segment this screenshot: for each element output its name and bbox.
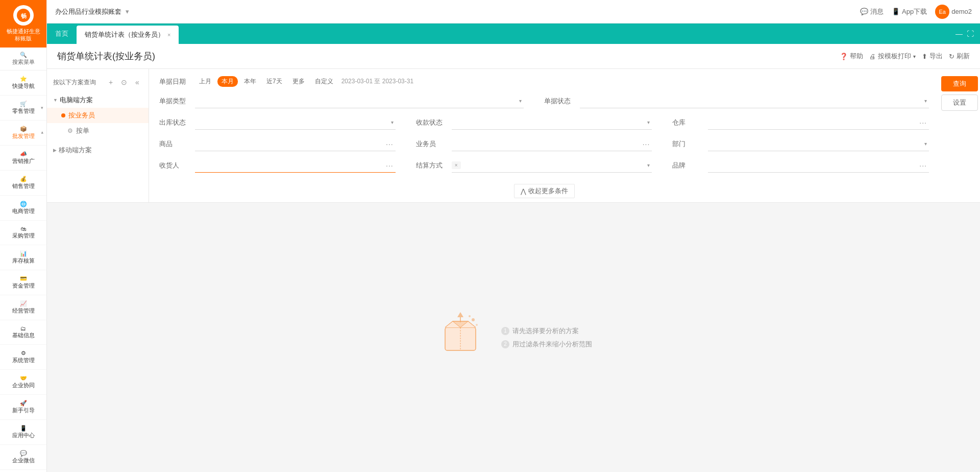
username-label: demo2 <box>951 8 972 15</box>
sub-item-by-order[interactable]: ⚙ 按单 <box>47 123 149 138</box>
dept-control[interactable]: ▾ <box>708 137 929 151</box>
recipient-control[interactable]: ··· <box>195 158 396 173</box>
scheme-item-by-staff[interactable]: 按业务员 <box>47 108 149 123</box>
retail-icon: 🛒 <box>20 101 27 107</box>
print-label: 按模板打印 <box>878 52 911 61</box>
settlement-control[interactable]: × ▾ <box>452 158 652 173</box>
date-tab-7days[interactable]: 近7天 <box>262 76 286 87</box>
settlement-clear-x[interactable]: × <box>455 162 458 168</box>
sidebar-logo[interactable]: 畅 畅捷通好生意 标账版 <box>0 0 46 48</box>
left-panel: 按以下方案查询 + ⊙ « ▼ 电脑端方案 <box>47 69 149 202</box>
mobile-group-icon: ▶ <box>53 148 57 153</box>
left-panel-title: 按以下方案查询 <box>53 78 96 87</box>
add-scheme-icon[interactable]: + <box>106 77 116 87</box>
date-tab-custom[interactable]: 自定义 <box>311 76 337 87</box>
doc-type-control[interactable]: ▾ <box>195 94 524 108</box>
tab-close-icon[interactable]: × <box>167 32 170 38</box>
warehouse-label: 仓库 <box>672 118 708 127</box>
help-btn[interactable]: ❓ 帮助 <box>840 52 863 61</box>
sidebar-item-system[interactable]: ⚙ 系统管理 <box>0 345 46 370</box>
left-panel-header: 按以下方案查询 + ⊙ « <box>47 74 149 90</box>
scheme-group-mobile: ▶ 移动端方案 <box>47 140 149 160</box>
date-tab-more[interactable]: 更多 <box>288 76 309 87</box>
setting-button[interactable]: 设置 <box>941 95 978 111</box>
goods-control[interactable]: ··· <box>195 137 396 151</box>
sidebar-search-menu[interactable]: 🔍 搜索菜单 <box>0 48 46 70</box>
out-status-arrow-icon: ▾ <box>391 120 394 125</box>
sidebar-item-member[interactable]: 👑 畅会员 <box>0 470 46 472</box>
sidebar-item-inventory[interactable]: 📊 库存核算 <box>0 245 46 270</box>
svg-point-5 <box>476 324 478 326</box>
empty-tip-1: 1 请先选择要分析的方案 <box>501 326 592 336</box>
logo-text: 畅捷通好生意 标账版 <box>3 28 43 42</box>
collapse-btn[interactable]: ⋀ 收起更多条件 <box>514 184 575 198</box>
filter-doc-type: 单据类型 ▾ <box>159 94 544 108</box>
tip-num-1: 1 <box>501 327 509 335</box>
user-profile[interactable]: Ea demo2 <box>935 5 972 19</box>
tab-sales-stats[interactable]: 销货单统计表（按业务员） × <box>77 26 179 44</box>
tip-text-2: 用过滤条件来缩小分析范围 <box>512 340 592 349</box>
app-download-btn[interactable]: 📱 App下载 <box>892 7 927 16</box>
settlement-clear-tag: × <box>452 161 461 169</box>
sales-label: 销售管理 <box>12 182 35 190</box>
sidebar-item-quick-nav[interactable]: ⭐ 快捷导航 <box>0 70 46 96</box>
sidebar-item-basic[interactable]: 🗂 基础信息 <box>0 320 46 345</box>
warehouse-control[interactable]: ··· <box>708 115 929 130</box>
sidebar-item-purchase[interactable]: 🛍 采购管理 <box>0 221 46 245</box>
date-tab-last-month[interactable]: 上月 <box>195 76 215 87</box>
sidebar-item-retail[interactable]: 🛒 零售管理 ▾ <box>0 96 46 121</box>
export-btn[interactable]: ⬆ 导出 <box>922 52 943 61</box>
help-label: 帮助 <box>850 52 863 61</box>
query-button[interactable]: 查询 <box>941 76 978 91</box>
sidebar-item-marketing[interactable]: 📣 营销推广 <box>0 146 46 171</box>
doc-status-control[interactable]: ▾ <box>580 94 929 108</box>
scheme-group-desktop: ▼ 电脑端方案 按业务员 ⚙ 按单 <box>47 90 149 140</box>
brand-control[interactable]: ··· <box>708 158 929 173</box>
refresh-btn[interactable]: ↻ 刷新 <box>949 52 970 61</box>
collapse-panel-icon[interactable]: « <box>132 77 142 87</box>
topbar-left: 办公用品行业模拟账套 ▾ <box>55 7 129 16</box>
scheme-group-mobile-header[interactable]: ▶ 移动端方案 <box>47 143 149 158</box>
sidebar-item-newbie[interactable]: 🚀 新手引导 <box>0 395 46 420</box>
sidebar-item-collab[interactable]: 🤝 企业协同 <box>0 370 46 395</box>
search-menu-label: 搜索菜单 <box>12 58 35 66</box>
filter-settlement: 结算方式 × ▾ <box>416 158 673 173</box>
message-btn[interactable]: 💬 消息 <box>860 7 884 16</box>
tab-home-label: 首页 <box>55 29 68 38</box>
system-icon: ⚙ <box>21 350 26 357</box>
date-tab-this-year[interactable]: 本年 <box>240 76 260 87</box>
sidebar-item-ecommerce[interactable]: 🌐 电商管理 <box>0 196 46 221</box>
tab-expand-icon[interactable]: ⛶ <box>967 30 974 38</box>
company-dropdown-icon[interactable]: ▾ <box>126 8 129 15</box>
print-btn[interactable]: 🖨 按模板打印 ▾ <box>869 52 916 61</box>
sidebar-item-operations[interactable]: 📈 经营管理 <box>0 295 46 320</box>
date-range-display: 2023-03-01 至 2023-03-31 <box>341 77 413 86</box>
sidebar-item-finance[interactable]: 💳 资金管理 <box>0 270 46 295</box>
scheme-group-desktop-header[interactable]: ▼ 电脑端方案 <box>47 92 149 108</box>
tab-minimize-icon[interactable]: — <box>955 30 963 38</box>
wechat-label: 企业微信 <box>12 457 35 464</box>
ecommerce-icon: 🌐 <box>20 201 27 207</box>
empty-state-text: 1 请先选择要分析的方案 2 用过滤条件来缩小分析范围 <box>501 326 592 349</box>
filter-right: 单据日期 上月 本月 本年 近7天 更多 自定义 2023-03-01 至 20… <box>149 69 939 202</box>
staff-control[interactable]: ··· <box>452 137 652 151</box>
sidebar-item-wechat[interactable]: 💬 企业微信 <box>0 445 46 470</box>
settlement-label: 结算方式 <box>416 161 452 170</box>
date-tab-this-month[interactable]: 本月 <box>217 76 238 87</box>
filter-warehouse: 仓库 ··· <box>672 115 929 130</box>
sidebar-item-wholesale[interactable]: 📦 批发管理 ▾ <box>0 121 46 146</box>
filter-brand: 品牌 ··· <box>672 158 929 173</box>
edit-scheme-icon[interactable]: ⊙ <box>119 77 129 87</box>
receipt-status-control[interactable]: ▾ <box>452 115 652 130</box>
filter-staff: 业务员 ··· <box>416 137 673 151</box>
filter-out-status: 出库状态 ▾ <box>159 115 416 130</box>
doc-type-arrow-icon: ▾ <box>519 98 522 104</box>
message-label: 消息 <box>870 7 884 16</box>
sales-icon: 💰 <box>20 176 27 182</box>
tab-home[interactable]: 首页 <box>47 23 77 44</box>
sidebar-item-apps[interactable]: 📱 应用中心 <box>0 420 46 445</box>
out-status-control[interactable]: ▾ <box>195 115 396 130</box>
inventory-icon: 📊 <box>20 250 27 257</box>
sidebar-item-sales[interactable]: 💰 销售管理 <box>0 171 46 196</box>
filter-goods: 商品 ··· <box>159 137 416 151</box>
